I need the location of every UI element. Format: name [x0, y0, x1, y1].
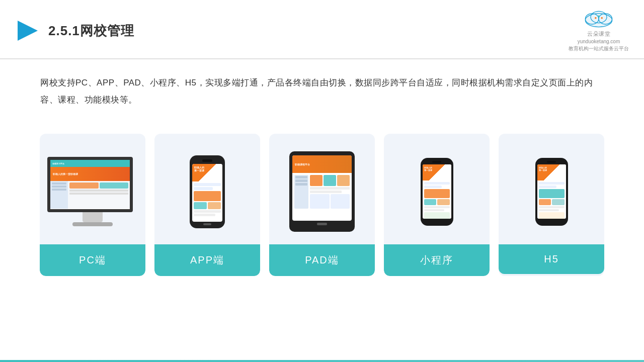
card-pc-label: PC端 [40, 244, 145, 276]
logo-domain: yunduoketang.com [578, 39, 620, 44]
svg-point-10 [598, 15, 600, 17]
svg-point-11 [601, 17, 603, 19]
logo-icon [579, 9, 619, 29]
description: 网校支持PC、APP、PAD、小程序、H5，实现多端打通，产品各终端自由切换，数… [0, 59, 644, 114]
card-pad: 职场课程平台 [269, 134, 375, 276]
card-app: 职场人的第一堂课 APP [154, 134, 260, 276]
card-mini-image: 职场人的第一堂课 [384, 134, 490, 244]
header-left: 2.5.1网校管理 [15, 18, 134, 43]
smartphone-mockup-mini: 职场人的第一堂课 [421, 158, 453, 226]
card-mini-label: 小程序 [384, 244, 490, 276]
card-app-label: APP端 [154, 244, 260, 276]
play-icon [15, 18, 40, 43]
cards-container: 在线学习平台 职场人的第一堂职场课 [0, 119, 644, 276]
card-h5-label: H5 [499, 244, 604, 274]
card-pc-image: 在线学习平台 职场人的第一堂职场课 [40, 134, 145, 244]
tablet-mockup: 职场课程平台 [289, 151, 355, 232]
card-pad-image: 职场课程平台 [269, 134, 375, 244]
card-h5: 职场人的第一堂课 [499, 134, 604, 276]
page-title: 2.5.1网校管理 [48, 22, 134, 40]
card-h5-image: 职场人的第一堂课 [499, 134, 604, 244]
logo-name: 云朵课堂 [587, 30, 610, 38]
card-pad-label: PAD端 [269, 244, 375, 276]
phone-mockup: 职场人的第一堂课 [190, 155, 225, 228]
smartphone-mockup-h5: 职场人的第一堂课 [535, 158, 568, 226]
header: 2.5.1网校管理 云朵课堂 yunduoketang.com 教育机构一站式服… [0, 0, 644, 59]
svg-point-9 [595, 17, 597, 19]
logo-tagline: 教育机构一站式服务云平台 [569, 45, 629, 52]
bottom-accent-line [0, 360, 644, 362]
monitor-mockup: 在线学习平台 职场人的第一堂职场课 [47, 157, 138, 226]
card-mini: 职场人的第一堂课 [384, 134, 490, 276]
card-app-image: 职场人的第一堂课 [154, 134, 260, 244]
card-pc: 在线学习平台 职场人的第一堂职场课 [40, 134, 145, 276]
logo-area: 云朵课堂 yunduoketang.com 教育机构一站式服务云平台 [569, 9, 629, 52]
svg-marker-0 [18, 21, 38, 41]
